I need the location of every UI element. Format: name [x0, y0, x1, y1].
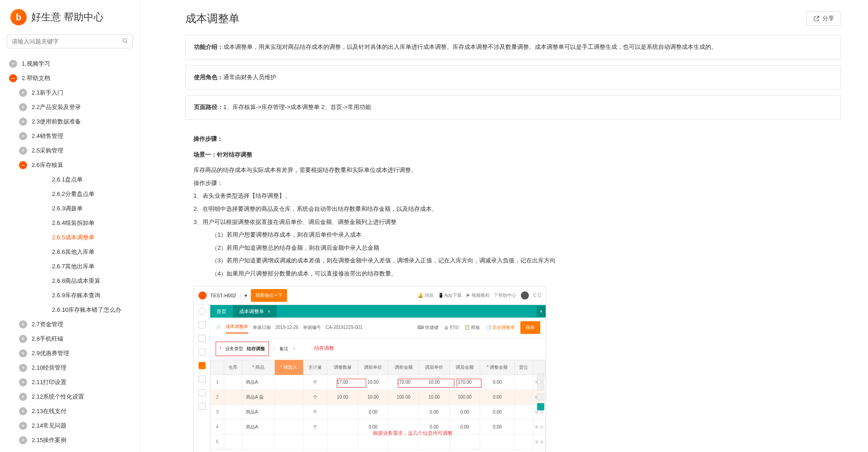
tabs-close-icon: ×: [537, 306, 546, 317]
bell-icon: 🔔 消息: [418, 290, 434, 300]
nav-2-6-1[interactable]: 2.6.1盘点单: [39, 172, 133, 187]
minus-icon: −: [19, 161, 27, 169]
nav-2-6-5[interactable]: 2.6.5成本调整单: [39, 230, 133, 245]
home-icon: [198, 308, 206, 315]
figure-tabs: 首页 成本调整单× ×: [210, 305, 546, 318]
nav-2-13[interactable]: +2.13在线支付: [17, 404, 133, 419]
path-label: 页面路径：: [194, 104, 223, 110]
avatar: [521, 291, 529, 300]
figure-type-redbox: * 业务类型 结存调整: [216, 342, 269, 356]
figure-code-value: CA-20191229-001: [326, 323, 363, 333]
role-text: 通常由财务人员维护: [223, 74, 276, 81]
table-row: 6⊕ ⊖: [211, 449, 546, 452]
th-input: * 请选入: [274, 360, 303, 375]
nav-2-9[interactable]: +2.9优惠券管理: [17, 346, 133, 361]
substep-2: （2）若用户知道调整总的结存金额，则在调后金额中录入总金额: [212, 242, 833, 255]
th-postamt: 调后金额: [449, 360, 480, 375]
th-product: * 商品: [242, 360, 274, 375]
role-label: 使用角色：: [194, 74, 223, 81]
svg-line-3: [409, 387, 427, 428]
substep-3: （3）若用户知道要调增或调减的成本差值，则在调整金额中录入差值，调增录入正值，记…: [212, 254, 833, 267]
print-icon: 🖨 打印: [444, 323, 459, 333]
figure-toolbar: 📄 成本调整单 单据日期 2019-12-26 单据编号 CA-20191229…: [210, 318, 546, 338]
intro-card: 功能介绍：成本调整单，用来实现对商品结存成本的调整，以及针对具体的出入库单进行成…: [185, 35, 841, 60]
nav-2-5[interactable]: +2.5采购管理: [17, 143, 133, 158]
substep-4: （4）如果用户只调整部分数量的成本，可以直接修改带出的结存数量。: [212, 267, 833, 281]
nav-2-10[interactable]: +2.10经营管理: [17, 361, 133, 375]
page-title: 成本调整单: [185, 11, 240, 26]
plus-icon: +: [19, 407, 27, 415]
nav-video-learning[interactable]: + 1.视频学习: [7, 57, 133, 71]
nav-2-7[interactable]: +2.7资金管理: [17, 317, 133, 332]
tool-icon: [537, 393, 544, 400]
figure-topbar: TEST-H002 | ▾ 我要做点一下 🔔 消息 📱 App下载 ▶ 视频教程…: [194, 286, 546, 305]
nav-2-6-8[interactable]: 2.6.8商品成本重算: [39, 274, 133, 288]
nav-2-6-7[interactable]: 2.6.7其他出库单: [39, 259, 133, 274]
plus-icon: +: [19, 335, 27, 343]
plus-icon: +: [19, 378, 27, 386]
video-icon: ▶ 视频教程: [466, 290, 490, 300]
main-content: 成本调整单 分享 功能介绍：成本调整单，用来实现对商品结存成本的调整，以及针对具…: [140, 0, 868, 452]
th-adj: * 调整金额: [480, 360, 515, 375]
figure-action-button: 我要做点一下: [251, 289, 287, 302]
figure-table-wrap: 仓库 * 商品 * 请选入 主计量 调整数量 调前单价 调前金额 调后单价 调后: [210, 360, 546, 452]
plus-icon: +: [19, 422, 27, 430]
template-icon: 📋 模板: [464, 323, 480, 333]
nav-2-14[interactable]: +2.14常见问题: [17, 419, 133, 433]
nav-2-6-10[interactable]: 2.6.10库存账本错了怎么办: [39, 303, 133, 317]
plus-icon: +: [9, 60, 17, 68]
path-text: 1、库存核算->库存管理->成本调整单 2、首页->常用功能: [223, 104, 371, 110]
nav-2-4[interactable]: +2.4销售管理: [17, 129, 133, 143]
nav-2-6-4[interactable]: 2.6.4组装拆卸单: [39, 216, 133, 230]
nav-2-6[interactable]: −2.6库存核算: [17, 158, 133, 172]
scenario-title: 场景一：针对结存调整: [193, 148, 833, 162]
tool-icon: [537, 403, 544, 410]
svg-line-1: [126, 42, 127, 43]
nav-2-8[interactable]: +2.8手机旺铺: [17, 332, 133, 346]
figure-logo-icon: [198, 291, 207, 300]
nav-2-6-9[interactable]: 2.6.9库存账本查询: [39, 288, 133, 303]
nav-2-1[interactable]: +2.1新手入门: [17, 86, 133, 100]
plus-icon: +: [19, 320, 27, 328]
plus-icon: +: [19, 89, 27, 97]
steps-label-2: 操作步骤：: [193, 177, 833, 190]
brand: b 好生意 帮助中心: [7, 9, 133, 25]
svg-line-2: [350, 387, 400, 428]
step-1: 1、表头业务类型选择【结存调整】。: [193, 190, 833, 203]
share-button[interactable]: 分享: [807, 11, 841, 26]
th-unit: 主计量: [303, 360, 327, 375]
plus-icon: +: [19, 364, 27, 372]
th-loc: 货位: [514, 360, 533, 375]
search-input[interactable]: [7, 34, 133, 48]
nav-2-12[interactable]: +2.12系统个性化设置: [17, 390, 133, 404]
th-warehouse: 仓库: [224, 360, 242, 375]
step-3: 3、用户可以根据调整依据直接在调后单价、调后金额、调整金额列上进行调整: [193, 216, 833, 229]
box-icon: [198, 362, 206, 369]
figure-red-annotation-2: 根据业务需求，这几个位总均可调整: [373, 428, 453, 438]
nav-2-6-3[interactable]: 2.6.3调拨单: [39, 201, 133, 216]
figure-right-strip: [536, 360, 546, 452]
brand-logo: b: [10, 9, 27, 25]
cart-icon: [198, 335, 206, 342]
th-qty: 调整数量: [327, 360, 358, 375]
figure-tab-active: 成本调整单×: [233, 305, 277, 318]
person-icon: [198, 376, 206, 383]
th-idx: [211, 360, 224, 375]
example-figure: TEST-H002 | ▾ 我要做点一下 🔔 消息 📱 App下载 ▶ 视频教程…: [193, 286, 546, 452]
nav-2-15[interactable]: +2.15操作案例: [17, 433, 133, 447]
nav-2-3[interactable]: +2.3使用前数据准备: [17, 114, 133, 129]
figure-tab-home: 首页: [210, 305, 233, 318]
nav-help-docs[interactable]: − 2.帮助文档: [7, 71, 133, 86]
plus-icon: +: [19, 393, 27, 401]
plus-icon: +: [19, 436, 27, 444]
nav-2-11[interactable]: +2.11打印设置: [17, 375, 133, 390]
nav-2-6-6[interactable]: 2.6.6其他入库单: [39, 245, 133, 259]
nav-2-2[interactable]: +2.2产品安装及登录: [17, 100, 133, 114]
substep-1: （1）若用户想要调整结存成本，则在调后单价中录入成本: [212, 228, 833, 242]
intro-text: 成本调整单，用来实现对商品结存成本的调整，以及针对具体的出入库单进行成本调整。库…: [223, 43, 717, 50]
plus-icon: +: [19, 132, 27, 140]
search-icon[interactable]: [122, 38, 128, 45]
nav-2-6-2[interactable]: 2.6.2分量盘点单: [39, 187, 133, 201]
history-icon: 📑 历史调整单: [486, 323, 515, 333]
search-box: [7, 34, 133, 48]
